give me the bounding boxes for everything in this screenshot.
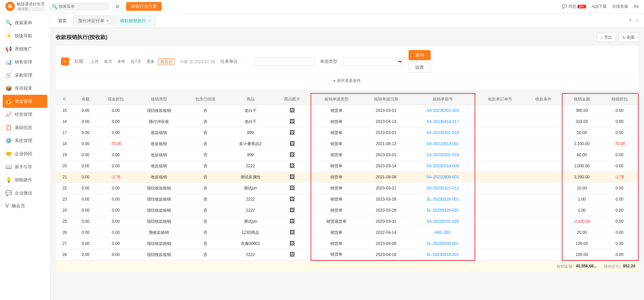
expand-conditions-label: 展开更多条件 [337,78,361,84]
search-bar[interactable]: 🔍 [49,3,109,10]
settings-button[interactable]: 设置 [409,62,431,73]
cell-doc-date: 2023-04-08 [361,238,411,249]
logo-badge: 标准版 [17,7,45,11]
doc-no-link[interactable]: SA-20230301-010 [426,153,459,157]
date-label: 日期 [74,58,83,65]
single-type-label: 单据类型 [320,58,337,65]
doc-no-link[interactable]: ABC-001 [435,230,451,235]
quicknav-icon: ⚡ [5,33,12,39]
tab-prepay[interactable]: 预付冲应付单 × [73,15,114,26]
doc-no-link[interactable]: SA-20230314-008 [426,164,459,168]
doc-no-link[interactable]: SA-20230331-026 [426,219,459,224]
date-btn-7days[interactable]: 近7天 [129,58,143,65]
date-btn-more[interactable]: 更多 [145,58,157,65]
tab-writeoff-close[interactable]: × [148,18,151,23]
sidebar-item-purchase[interactable]: 🛒 采购管理 [0,69,50,82]
table-settings-icon[interactable]: ⚙ [63,97,66,101]
sidebar-item-hardware[interactable]: 💡 智能硬件 [0,173,50,186]
cell-goods-img: 🖼 [274,105,311,116]
search-input[interactable] [59,4,106,9]
sidebar-item-guide[interactable]: 📖 新手引导 [0,160,50,173]
sales-icon: 📊 [5,59,12,65]
cell-cash-discount: 0.00 [98,194,134,205]
sidebar-item-sales[interactable]: 📊 销售管理 [0,55,50,69]
sidebar-item-system[interactable]: ⚙️ 系统管理 [0,134,50,147]
message-badge: 99+ [577,5,586,8]
cell-write-off-discount: 0.00 [601,238,638,249]
th-write-off-amount: 核销金额 [562,93,601,105]
sidebar-item-member[interactable]: V 畅会员 [0,200,50,212]
message-icon[interactable]: 💬 消息 99+ [562,4,586,9]
cell-goods-img: 🖼 [274,216,311,227]
tab-prepay-close[interactable]: × [106,18,109,23]
date-shortcuts: 上月 本月 本年 近7天 更多 自定义 [89,58,175,65]
cell-balance: 0.00 [74,149,98,161]
cell-receipt-order [475,138,525,149]
cell-write-off-discount: 0.00 [601,116,638,127]
expand-conditions[interactable]: ▾ 展开更多条件 [61,76,633,86]
cell-goods-img: 🖼 [274,238,311,249]
sidebar-item-inventory[interactable]: 📦 库存核算 [0,82,50,95]
sidebar-item-basic-info[interactable]: 📋 基础信息 [0,121,50,134]
cell-doc-no: SL-20230408-001 [411,238,475,249]
single-type-select[interactable] [343,57,403,66]
sidebar-item-search[interactable]: 🔍 搜索菜单 [0,16,50,29]
doc-no-link[interactable]: SA-20230301-001 [426,108,459,113]
top-bar: 畅 畅捷通谱好生意 标准版 🔍 ⚙ 体验行业方案 💬 消息 99+ App下载 … [0,0,644,13]
query-button[interactable]: 查询 [409,50,431,60]
doc-no-link[interactable]: SA-20230301-010 [426,130,459,135]
refresh-label: 刷新 [627,35,635,40]
cell-write-off-amount: 1,000.00 [562,161,601,172]
cell-goods: 2222 [227,194,274,205]
date-custom-button[interactable]: 自定义 [158,58,175,65]
cell-cash-discount: 0.00 [98,127,134,138]
tab-home[interactable]: 首页 [53,15,72,26]
cell-goods: 老白干 [227,116,274,127]
th-write-off-type: 核销类型 [134,93,184,105]
cell-doc-date: 2022-04-14 [361,227,411,238]
doc-no-link[interactable]: SL-20230418-001 [427,252,459,257]
refresh-button[interactable]: ↻ 刷新 [619,33,639,42]
gear-button[interactable]: ⚙ [113,2,122,11]
basicinfo-icon: 📋 [5,124,12,131]
from-unit-input[interactable] [254,57,315,66]
online-service-link[interactable]: 在线客服 [612,4,628,9]
filter-expand-button[interactable]: » [61,57,69,66]
sidebar-item-wechat[interactable]: 💬 企业微信 [0,186,50,200]
sidebar-item-quicknav[interactable]: ⚡ 快捷导航 [0,29,50,42]
table-row: 28 0.00 0.00 现结收款核销 否 2222 🖼 销货单 2023-04… [56,249,638,260]
sidebar-item-operations[interactable]: 📈 经营管理 [0,108,50,121]
cell-balance: 0.00 [74,161,98,172]
cell-doc-no: SL-20230328-001 [411,194,475,205]
close-tab-icon[interactable]: ✕ [629,18,632,23]
sidebar-item-finance[interactable]: 💰 资金管理 [3,95,47,108]
industry-button[interactable]: 体验行业方案 [126,2,162,11]
sidebar-label-guide: 新手引导 [15,164,32,170]
date-btn-this-year[interactable]: 本年 [115,58,127,65]
date-btn-this-month[interactable]: 本月 [102,58,114,65]
doc-no-link[interactable]: SA-20230321-012 [426,186,459,190]
cell-cash-discount: -2.76 [98,172,134,183]
cell-doc-date: 2023-03-01 [361,105,411,116]
doc-no-link[interactable]: SA-20230414-017 [426,119,459,124]
export-button[interactable]: ↑ 导出 [597,33,616,42]
tab-prepay-label: 预付冲应付单 [78,18,104,24]
doc-no-link[interactable]: SL-20230408-001 [427,241,459,246]
cell-no: 23 [56,194,74,205]
cell-goods: 999 [227,149,274,161]
cell-write-off-amount: 10.00 [562,183,601,194]
sidebar-label-basicinfo: 基础信息 [15,125,32,131]
date-btn-last-month[interactable]: 上月 [89,58,101,65]
doc-no-link[interactable]: SL-20230328-001 [427,197,459,202]
app-download-link[interactable]: App下载 [592,4,607,9]
expand-tab-icon[interactable]: ⤢ [635,18,639,23]
sidebar-item-collab[interactable]: 🤝 企业协同 [0,147,50,160]
system-icon: ⚙️ [5,137,12,144]
doc-no-link[interactable]: SL-20230328-002 [427,208,459,213]
doc-no-link[interactable]: SA-20210813-001 [426,141,459,146]
doc-no-link[interactable]: SA-20210808-001 [426,175,459,179]
tab-writeoff[interactable]: 收款核销执行 × [115,15,156,26]
cell-write-off-discount: -2.76 [601,172,638,183]
sidebar-item-marketing[interactable]: 📢 营销推广 [0,42,50,55]
cell-doc-no: ABC-001 [411,227,475,238]
